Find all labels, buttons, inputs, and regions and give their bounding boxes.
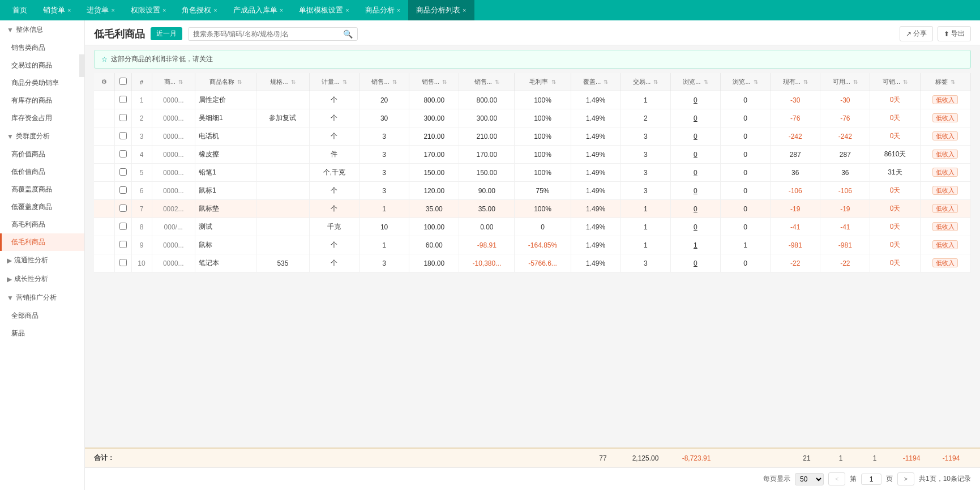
select-all-checkbox[interactable] — [119, 78, 127, 85]
col-transactions[interactable]: 交易... ⇅ — [620, 73, 670, 91]
nav-template-settings[interactable]: 单据模板设置 × — [291, 0, 357, 20]
nav-template-settings-close[interactable]: × — [345, 7, 349, 14]
cell-code: 0000... — [152, 91, 195, 109]
col-sales-profit[interactable]: 销售... ⇅ — [459, 73, 515, 91]
sidebar-item-high-coverage[interactable]: 高覆盖度商品 — [0, 181, 84, 198]
sidebar-item-sales-products[interactable]: 销售类商品 — [0, 39, 84, 57]
nav-sales-order-close[interactable]: × — [67, 7, 71, 14]
nav-role-auth[interactable]: 角色授权 × — [174, 0, 225, 20]
nav-product-inbound[interactable]: 产成品入库单 × — [225, 0, 291, 20]
col-gross-margin[interactable]: 毛利率 ⇅ — [515, 73, 571, 91]
sidebar-item-all-products[interactable]: 全部商品 — [0, 307, 84, 325]
sidebar-item-low-coverage[interactable]: 低覆盖度商品 — [0, 198, 84, 216]
cell-num: 4 — [131, 146, 152, 164]
cell-views1[interactable]: 0 — [670, 164, 720, 182]
row-checkbox[interactable] — [119, 259, 127, 266]
nav-product-inbound-close[interactable]: × — [280, 7, 283, 14]
prev-page-btn[interactable]: ＜ — [828, 472, 845, 485]
cell-available: -30 — [820, 91, 870, 109]
cell-spec: 535 — [256, 254, 309, 272]
col-settings[interactable]: ⚙ — [94, 73, 114, 91]
cell-views1[interactable]: 0 — [670, 91, 720, 109]
sidebar-section-growth[interactable]: ▶ 成长性分析 — [0, 270, 84, 288]
nav-product-analysis[interactable]: 商品分析 × — [357, 0, 408, 20]
nav-product-analysis-list-close[interactable]: × — [463, 7, 466, 14]
sidebar-section-marketing[interactable]: ▼ 营销推广分析 — [0, 288, 84, 307]
total-info: 共1页，10条记录 — [919, 474, 971, 484]
sidebar-item-high-margin[interactable]: 高毛利商品 — [0, 216, 84, 233]
row-checkbox[interactable] — [119, 223, 127, 230]
col-spec[interactable]: 规格... ⇅ — [256, 73, 309, 91]
table-row: 7 0002... 鼠标垫 个 1 35.00 35.00 100% 1.49%… — [94, 200, 971, 218]
share-button[interactable]: ↗ 分享 — [900, 26, 933, 41]
cell-views1[interactable]: 0 — [670, 127, 720, 146]
nav-home[interactable]: 首页 — [5, 0, 35, 20]
table-container[interactable]: ⚙ # 商... ⇅ 商品名称 ⇅ 规格... ⇅ 计量... ⇅ 销售... … — [94, 73, 971, 448]
row-checkbox[interactable] — [119, 241, 127, 248]
nav-permissions-close[interactable]: × — [162, 7, 166, 14]
sidebar-item-in-stock-products[interactable]: 有库存的商品 — [0, 92, 84, 109]
col-sales-price[interactable]: 销售... ⇅ — [409, 73, 459, 91]
period-button[interactable]: 近一月 — [151, 27, 182, 40]
col-name[interactable]: 商品名称 ⇅ — [195, 73, 256, 91]
nav-sales-order[interactable]: 销货单 × — [35, 0, 79, 20]
arrow-icon: ▼ — [7, 26, 14, 34]
sidebar-item-low-value[interactable]: 低价值商品 — [0, 163, 84, 181]
sidebar-item-traded-products[interactable]: 交易过的商品 — [0, 57, 84, 74]
sidebar-section-liquidity[interactable]: ▶ 流通性分析 — [0, 251, 84, 270]
cell-views1[interactable]: 1 — [670, 236, 720, 254]
row-checkbox[interactable] — [119, 204, 127, 212]
nav-permissions[interactable]: 权限设置 × — [123, 0, 174, 20]
col-unit[interactable]: 计量... ⇅ — [309, 73, 359, 91]
row-checkbox[interactable] — [119, 114, 127, 121]
col-tag[interactable]: 标签 ⇅ — [920, 73, 970, 91]
col-views1[interactable]: 浏览... ⇅ — [670, 73, 720, 91]
cell-sales-qty: 3 — [360, 127, 409, 146]
col-current-stock[interactable]: 现有... ⇅ — [771, 73, 820, 91]
cell-spec — [256, 182, 309, 200]
sidebar-item-category-sales-rate[interactable]: 商品分类助销率 — [0, 74, 84, 92]
search-icon[interactable]: 🔍 — [343, 29, 353, 39]
cell-gross-margin: 100% — [515, 127, 571, 146]
cell-checkbox — [114, 236, 131, 254]
sidebar-item-low-margin[interactable]: 低毛利商品 — [0, 233, 84, 251]
sidebar-item-high-value[interactable]: 高价值商品 — [0, 146, 84, 163]
cell-views1[interactable]: 0 — [670, 200, 720, 218]
nav-product-analysis-close[interactable]: × — [397, 7, 400, 14]
col-saleable[interactable]: 可销... ⇅ — [870, 73, 920, 91]
sidebar: ▼ 整体信息 销售类商品 交易过的商品 商品分类助销率 有库存的商品 库存资金占… — [0, 20, 85, 490]
sidebar-item-new-products[interactable]: 新品 — [0, 325, 84, 342]
cell-code: 0000... — [152, 236, 195, 254]
cell-views1[interactable]: 0 — [670, 254, 720, 272]
sidebar-section-cluster[interactable]: ▼ 类群度分析 — [0, 127, 84, 146]
sidebar-collapse-btn[interactable]: 《 — [79, 54, 85, 77]
col-available[interactable]: 可用... ⇅ — [820, 73, 870, 91]
cell-name: 鼠标 — [195, 236, 256, 254]
row-checkbox[interactable] — [119, 150, 127, 157]
per-page-select[interactable]: 50 100 200 — [795, 473, 824, 485]
cell-views1[interactable]: 0 — [670, 218, 720, 236]
col-coverage[interactable]: 覆盖... ⇅ — [571, 73, 620, 91]
nav-product-analysis-list[interactable]: 商品分析列表 × — [408, 0, 474, 20]
nav-purchase-order-close[interactable]: × — [111, 7, 114, 14]
cell-tag: 低收入 — [920, 127, 970, 146]
row-checkbox[interactable] — [119, 168, 127, 176]
sidebar-section-overall[interactable]: ▼ 整体信息 — [0, 20, 84, 39]
next-page-btn[interactable]: ＞ — [897, 472, 914, 485]
cell-views1[interactable]: 0 — [670, 109, 720, 127]
col-code[interactable]: 商... ⇅ — [152, 73, 195, 91]
cell-views1[interactable]: 0 — [670, 146, 720, 164]
nav-purchase-order[interactable]: 进货单 × — [79, 0, 122, 20]
row-checkbox[interactable] — [119, 186, 127, 194]
cell-views1[interactable]: 0 — [670, 182, 720, 200]
col-views2[interactable]: 浏览... ⇅ — [720, 73, 770, 91]
row-checkbox[interactable] — [119, 96, 127, 103]
page-number-input[interactable] — [861, 474, 881, 485]
sidebar-item-inventory-capital[interactable]: 库存资金占用 — [0, 109, 84, 127]
export-button[interactable]: ⬆ 导出 — [938, 26, 971, 41]
search-input[interactable] — [193, 30, 343, 38]
row-checkbox[interactable] — [119, 132, 127, 139]
col-sales-qty[interactable]: 销售... ⇅ — [360, 73, 409, 91]
cell-sales-profit: 150.00 — [459, 164, 515, 182]
nav-role-auth-close[interactable]: × — [213, 7, 217, 14]
